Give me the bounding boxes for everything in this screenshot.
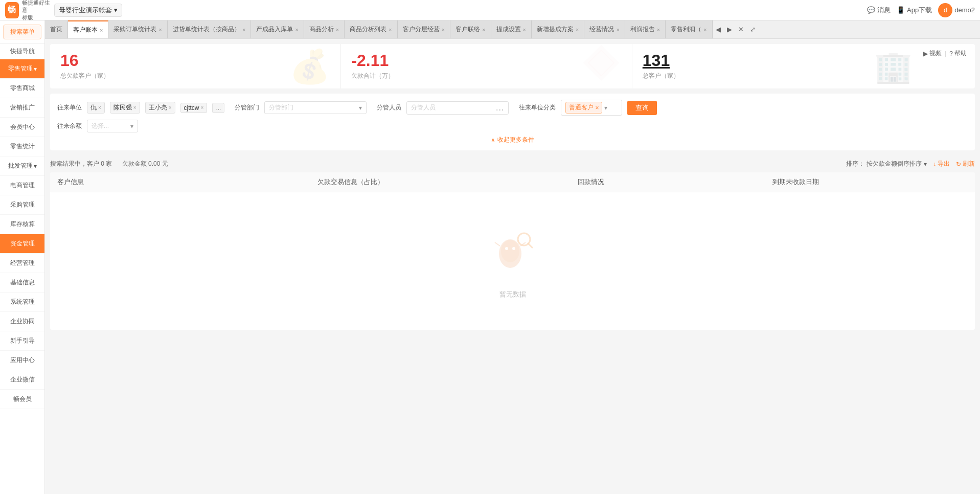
col-header-debt-info: 欠款交易信息（占比）: [317, 177, 578, 187]
tab-close-promotion-setting[interactable]: ×: [523, 27, 526, 33]
sidebar-item-retail-mgmt[interactable]: 零售管理 ▾: [0, 59, 44, 79]
table-empty: 暂无数据: [50, 192, 975, 330]
sidebar-item-member[interactable]: 会员中心: [0, 118, 44, 137]
sort-btn[interactable]: 排序： 按欠款金额倒序排序 ▾: [846, 160, 927, 168]
stat-bg-icon-2: [581, 44, 622, 88]
tab-goods-stat[interactable]: 进货单统计表（按商品） ×: [168, 20, 251, 38]
message-btn[interactable]: 💬 消息: [867, 6, 891, 15]
tag-close-cjttcw[interactable]: ×: [201, 105, 204, 110]
sidebar-search-area: 搜索菜单: [0, 20, 44, 44]
sidebar-item-retail-stat[interactable]: 零售统计: [0, 137, 44, 156]
query-button[interactable]: 查询: [627, 101, 657, 115]
tab-close-product-entry[interactable]: ×: [295, 27, 298, 33]
tag-close-wang[interactable]: ×: [169, 105, 172, 110]
sidebar-item-app-center[interactable]: 应用中心: [0, 351, 44, 370]
empty-text: 暂无数据: [499, 290, 526, 299]
sidebar-item-guide[interactable]: 新手引导: [0, 331, 44, 351]
tab-customer-accounts[interactable]: 客户账本 ×: [68, 20, 108, 38]
sidebar-item-marketing[interactable]: 营销推广: [0, 98, 44, 118]
video-btn[interactable]: ▶ 视频: [923, 49, 942, 58]
tab-operation-status[interactable]: 经营情况 ×: [584, 20, 625, 38]
tag-close-normal[interactable]: ×: [595, 104, 599, 111]
collapse-btn[interactable]: ∧ 收起更多条件: [491, 136, 534, 144]
user-avatar-area[interactable]: d demo2: [938, 3, 975, 17]
tag-close-chen[interactable]: ×: [133, 105, 136, 110]
tab-close-profit-report[interactable]: ×: [657, 27, 660, 33]
message-icon: 💬: [867, 6, 875, 14]
col-header-repayment: 回款情况: [578, 177, 773, 187]
tab-new-promo[interactable]: 新增提成方案 ×: [532, 20, 584, 38]
sidebar-item-ecom[interactable]: 电商管理: [0, 176, 44, 195]
tab-goods-analysis-list[interactable]: 商品分析列表 ×: [345, 20, 397, 38]
filter-tags-more[interactable]: ...: [212, 103, 224, 113]
cat-tag-normal[interactable]: 普通客户 ×: [565, 102, 602, 114]
video-icon: ▶: [923, 50, 928, 57]
sidebar-item-inventory[interactable]: 库存核算: [0, 215, 44, 234]
tab-bar: 首页 客户账本 × 采购订单统计表 × 进货单统计表（按商品） × 产成品入库单…: [45, 20, 980, 39]
sidebar-item-finance[interactable]: 资金管理: [0, 234, 44, 254]
search-menu-btn[interactable]: 搜索菜单: [3, 25, 41, 39]
chevron-up-icon: ∧: [491, 137, 495, 144]
unit-class-select[interactable]: 普通客户 × ▾: [561, 100, 622, 116]
account-selector[interactable]: 母婴行业演示帐套 ▾: [54, 4, 122, 17]
filter-tag-wang[interactable]: 王小亮 ×: [145, 102, 175, 114]
tab-close-retail-profit[interactable]: ×: [703, 27, 706, 33]
tab-product-entry[interactable]: 产成品入库单 ×: [251, 20, 304, 38]
table-header: 客户信息 欠款交易信息（占比） 回款情况 到期未收款日期: [50, 172, 975, 192]
dept-select[interactable]: 分管部门 ▾: [264, 101, 367, 114]
tab-purchase-order[interactable]: 采购订单统计表 ×: [108, 20, 167, 38]
tab-close-all[interactable]: ✕: [735, 20, 747, 38]
sidebar-item-system[interactable]: 系统管理: [0, 293, 44, 312]
tab-profit-report[interactable]: 利润报告 ×: [625, 20, 666, 38]
filter-tag-cjttcw[interactable]: cjttcw ×: [180, 103, 208, 113]
export-btn[interactable]: ↓ 导出: [933, 160, 950, 168]
sidebar-item-wechat[interactable]: 企业微信: [0, 370, 44, 390]
person-select[interactable]: 分管人员 ...: [406, 101, 509, 115]
person-dots[interactable]: ...: [496, 103, 504, 113]
tab-close-goods-analysis[interactable]: ×: [336, 27, 339, 33]
data-table: 客户信息 欠款交易信息（占比） 回款情况 到期未收款日期: [50, 172, 975, 330]
chevron-icon: ▾: [34, 163, 37, 170]
tab-close-goods-stat[interactable]: ×: [242, 27, 245, 33]
sidebar-item-vip[interactable]: 畅会员: [0, 390, 44, 409]
filter-tag-qiu[interactable]: 仇 ×: [87, 102, 105, 114]
tab-close-goods-analysis-list[interactable]: ×: [389, 27, 392, 33]
tab-promotion-setting[interactable]: 提成设置 ×: [491, 20, 532, 38]
filter-tag-chen[interactable]: 陈民强 ×: [110, 102, 140, 114]
tab-close-customer-tier[interactable]: ×: [442, 27, 445, 33]
tab-close-new-promo[interactable]: ×: [576, 27, 579, 33]
remainder-select[interactable]: 选择... ▾: [87, 120, 138, 132]
tab-nav-next[interactable]: ▶: [724, 20, 735, 38]
sidebar-item-operations[interactable]: 经营管理: [0, 254, 44, 273]
tab-home[interactable]: 首页: [45, 20, 68, 38]
tab-customer-contact[interactable]: 客户联络 ×: [450, 20, 491, 38]
sidebar-item-corp[interactable]: 企业协同: [0, 312, 44, 331]
stat-label-debt-total: 欠款合计（万）: [351, 72, 394, 80]
help-btn[interactable]: ? 帮助: [949, 49, 967, 58]
tab-close-customer-contact[interactable]: ×: [482, 27, 485, 33]
sidebar-item-retail-mall[interactable]: 零售商城: [0, 79, 44, 98]
logo-area: 畅 畅捷通好生意 标版: [5, 0, 50, 21]
tab-nav-prev[interactable]: ◀: [713, 20, 724, 38]
tab-retail-profit[interactable]: 零售利润（ ×: [666, 20, 712, 38]
tab-close-operation-status[interactable]: ×: [616, 27, 619, 33]
chevron-down-icon: ▾: [130, 123, 133, 130]
content-area: 首页 客户账本 × 采购订单统计表 × 进货单统计表（按商品） × 产成品入库单…: [45, 20, 980, 494]
app-download-btn[interactable]: 📱 App下载: [897, 6, 932, 15]
sidebar-item-purchase[interactable]: 采购管理: [0, 195, 44, 215]
svg-line-9: [528, 243, 532, 248]
tab-close-purchase-order[interactable]: ×: [158, 27, 162, 33]
chevron-down-icon: ▾: [924, 161, 927, 168]
tab-goods-analysis[interactable]: 商品分析 ×: [304, 20, 345, 38]
remainder-label: 往来余额: [57, 122, 82, 130]
sidebar-item-batch-mgmt[interactable]: 批发管理 ▾: [0, 156, 44, 176]
tab-expand[interactable]: ⤢: [747, 20, 759, 38]
tag-close-qiu[interactable]: ×: [98, 105, 101, 110]
refresh-btn[interactable]: ↻ 刷新: [956, 160, 975, 168]
tab-customer-tier[interactable]: 客户分层经营 ×: [398, 20, 450, 38]
sidebar-quick-nav[interactable]: 快捷导航: [0, 44, 44, 59]
chevron-down-icon: ▾: [114, 6, 118, 14]
tab-close-customer-accounts[interactable]: ×: [100, 27, 103, 33]
sidebar-item-basic[interactable]: 基础信息: [0, 273, 44, 293]
stat-bg-icon-3: 🏢: [874, 48, 913, 84]
